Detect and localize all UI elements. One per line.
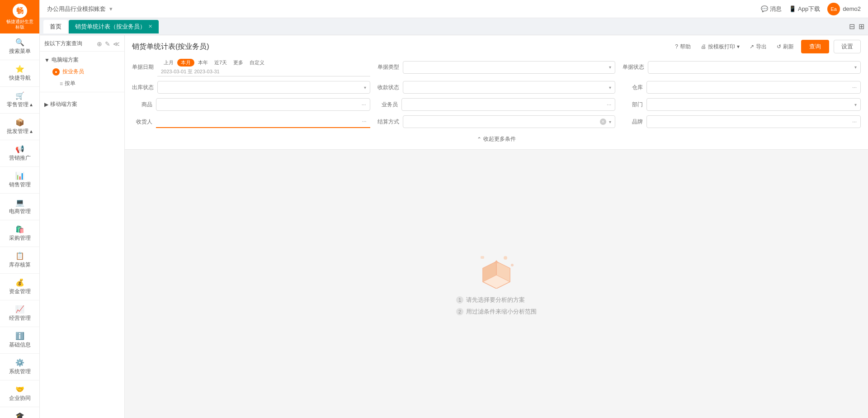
main-area: 办公用品行业模拟账套 ▾ 💬 消息 📱 App下载 Ea demo2 首页 [40, 0, 868, 418]
bill-status-dropdown-icon: ▾ [854, 65, 857, 70]
sidebar-menu-icon-0: 🔍 [2, 38, 38, 47]
message-icon: 💬 [761, 5, 768, 12]
filter-payment-field: 结算方式 ✕ ▾ [377, 115, 616, 128]
sidebar-menu-label-9: 资金管理 [2, 288, 38, 295]
product-more-icon: ··· [362, 101, 366, 108]
print-dropdown-icon[interactable]: ▾ [737, 43, 740, 50]
mobile-group-label: 移动端方案 [50, 100, 77, 108]
app-download-button[interactable]: 📱 App下载 [789, 5, 820, 13]
svg-point-4 [504, 256, 507, 260]
sidebar-item-8[interactable]: 📋库存核算 [0, 247, 39, 274]
collapse-button[interactable]: ⌃ 收起更多条件 [474, 133, 519, 146]
sidebar-item-2[interactable]: 🛒零售管理 ▴ [0, 87, 39, 114]
tip-text-1: 请先选择要分析的方案 [466, 296, 525, 304]
sidebar-menu-label-7: 采购管理 [2, 234, 38, 242]
sidebar-item-14[interactable]: 🎓新手引导 [0, 407, 39, 418]
payment-label: 结算方式 [377, 118, 399, 126]
brand-label: 品牌 [623, 118, 643, 126]
tab-home[interactable]: 首页 [43, 20, 68, 33]
sidebar-menu-label-4: 营销推广 [2, 154, 38, 162]
sidebar-menu-label-6: 电商管理 [2, 208, 38, 215]
sidebar-item-13[interactable]: 🤝企业协同 [0, 380, 39, 407]
department-control[interactable]: ▾ [646, 98, 861, 111]
tip-item-1: 1 请先选择要分析的方案 [456, 296, 537, 304]
out-status-control[interactable]: ▾ [157, 81, 370, 94]
scheme-group-mobile[interactable]: ▶ 移动端方案 [40, 99, 124, 110]
tab-minimize-icon[interactable]: ⊟ [849, 22, 855, 31]
date-tab-lastmonth[interactable]: 上月 [161, 59, 176, 66]
page-actions: ? 帮助 🖨 按模板打印 ▾ ↗ 导出 ↺ [672, 40, 861, 53]
salesperson-control[interactable]: ··· [401, 98, 616, 111]
receiver-control[interactable]: ··· [156, 115, 370, 128]
collapse-panel-icon[interactable]: ≪ [113, 40, 120, 48]
sidebar-item-5[interactable]: 📊销售管理 [0, 167, 39, 194]
warehouse-more-icon: ··· [852, 84, 857, 90]
receive-status-dropdown-icon: ▾ [609, 85, 611, 90]
tip-num-2: 2 [456, 308, 463, 315]
filter-row-1: 单据日期 上月 本月 本年 近7天 更多 自定义 20 [132, 58, 861, 76]
sidebar-item-1[interactable]: ⭐快捷导航 [0, 60, 39, 87]
settings-button[interactable]: 设置 [834, 40, 861, 53]
scheme-item-bill[interactable]: ≡ 按单 [40, 78, 124, 89]
help-icon: ? [675, 43, 678, 50]
message-button[interactable]: 💬 消息 [761, 5, 782, 13]
sidebar-item-10[interactable]: 📈经营管理 [0, 300, 39, 327]
sidebar-item-0[interactable]: 🔍搜索菜单 [0, 33, 39, 60]
sidebar-item-9[interactable]: 💰资金管理 [0, 274, 39, 300]
filter-product-field: 商品 ··· [132, 98, 370, 111]
scheme-item-salesperson[interactable]: ● 按业务员 [40, 66, 124, 78]
mobile-triangle: ▶ [44, 101, 48, 108]
payment-clear-icon[interactable]: ✕ [600, 119, 606, 125]
bill-type-dropdown-icon: ▾ [609, 65, 611, 70]
scheme-group-desktop[interactable]: ▼ 电脑端方案 [40, 54, 124, 66]
product-control[interactable]: ··· [156, 98, 370, 111]
sidebar-menu-label-12: 系统管理 [2, 368, 38, 375]
date-tab-thisyear[interactable]: 本年 [195, 59, 211, 66]
dropdown-icon[interactable]: ▾ [109, 5, 113, 12]
sidebar-item-11[interactable]: ℹ️基础信息 [0, 327, 39, 354]
receive-status-label: 收款状态 [377, 84, 399, 91]
page-title-row: 销货单统计表(按业务员) ? 帮助 🖨 按模板打印 ▾ ↗ [132, 40, 861, 53]
sidebar-menu-icon-12: ⚙️ [2, 358, 38, 367]
help-button[interactable]: ? 帮助 [672, 42, 693, 52]
sidebar-item-4[interactable]: 📢营销推广 [0, 140, 39, 167]
date-tab-more[interactable]: 更多 [231, 59, 246, 66]
bill-type-control[interactable]: ▾ [403, 61, 616, 74]
date-tab-thismonth[interactable]: 本月 [177, 59, 194, 66]
warehouse-control[interactable]: ··· [646, 81, 861, 94]
tip-text-2: 用过滤条件来缩小分析范围 [466, 308, 537, 316]
left-panel-header: 按以下方案查询 ⊕ ✎ ≪ [40, 40, 124, 52]
home-tab-label: 首页 [50, 23, 61, 31]
date-tab-7days[interactable]: 近7天 [212, 59, 230, 66]
add-scheme-icon[interactable]: ⊕ [97, 40, 102, 48]
tab-expand-icon[interactable]: ⊞ [859, 22, 864, 31]
refresh-button[interactable]: ↺ 刷新 [774, 42, 797, 52]
group-label: 电脑端方案 [52, 56, 79, 64]
query-button[interactable]: 查询 [801, 40, 829, 53]
print-button[interactable]: 🖨 按模板打印 ▾ [698, 42, 742, 52]
brand-control[interactable]: ··· [646, 115, 861, 128]
sidebar-menu-label-10: 经营管理 [2, 314, 38, 322]
sidebar: 畅 畅捷通好生意 标版 🔍搜索菜单⭐快捷导航🛒零售管理 ▴📦批发管理 ▴📢营销推… [0, 0, 40, 418]
sidebar-item-3[interactable]: 📦批发管理 ▴ [0, 114, 39, 140]
date-filter-control[interactable]: 上月 本月 本年 近7天 更多 自定义 2023-03-01 至 2023-03… [157, 58, 370, 76]
sidebar-item-12[interactable]: ⚙️系统管理 [0, 354, 39, 380]
receive-status-control[interactable]: ▾ [403, 81, 616, 94]
sidebar-menu-label-0: 搜索菜单 [2, 48, 38, 55]
sidebar-item-6[interactable]: 💻电商管理 [0, 194, 39, 220]
user-menu[interactable]: Ea demo2 [827, 3, 861, 15]
export-button[interactable]: ↗ 导出 [747, 42, 769, 52]
tab-report[interactable]: 销货单统计表（按业务员） ✕ [69, 20, 159, 33]
sidebar-menu-icon-4: 📢 [2, 145, 38, 153]
warehouse-label: 仓库 [623, 84, 643, 91]
tab-close-icon[interactable]: ✕ [148, 24, 152, 29]
page-header: 销货单统计表(按业务员) ? 帮助 🖨 按模板打印 ▾ ↗ [125, 35, 868, 150]
scheme-item-label: 按业务员 [62, 68, 84, 76]
edit-scheme-icon[interactable]: ✎ [105, 40, 110, 48]
bill-type-label: 单据类型 [377, 63, 399, 71]
sidebar-item-7[interactable]: 🛍️采购管理 [0, 220, 39, 247]
date-tab-custom[interactable]: 自定义 [247, 59, 267, 66]
download-icon: 📱 [789, 5, 796, 12]
payment-control[interactable]: ✕ ▾ [403, 115, 616, 128]
bill-status-control[interactable]: ▾ [648, 61, 861, 74]
